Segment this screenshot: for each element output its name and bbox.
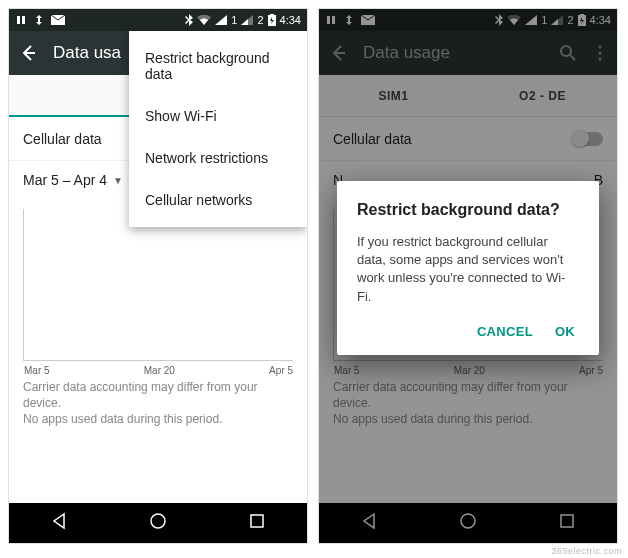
dialog-body: If you restrict background cellular data… [357,233,579,306]
menu-show-wifi[interactable]: Show Wi-Fi [129,95,307,137]
nav-recent-icon[interactable] [248,512,266,534]
wifi-icon [197,15,211,25]
mail-icon [51,15,65,25]
menu-restrict-bg[interactable]: Restrict background data [129,37,307,95]
svg-point-3 [151,514,165,528]
chart-x-1: Mar 20 [144,365,175,376]
phone-left: 1 2 4:34 Data usa SIM1 Cellular data Mar… [8,8,308,544]
sim2-label: 2 [257,14,263,26]
date-range: Mar 5 – Apr 4 [23,172,107,188]
overflow-menu: Restrict background data Show Wi-Fi Netw… [129,31,307,227]
menu-network-restrictions[interactable]: Network restrictions [129,137,307,179]
nav-home-icon[interactable] [149,512,167,534]
sync-icon [33,14,45,26]
watermark: 365electric.com [551,546,622,556]
cellular-data-label: Cellular data [23,131,102,147]
nav-bar [9,503,307,543]
signal1-icon [215,15,227,25]
svg-rect-2 [270,14,274,16]
chart-x-0: Mar 5 [24,365,50,376]
clock: 4:34 [280,14,301,26]
nfc-icon [15,14,27,26]
phone-right: 1 2 4:34 Data usage SIM1 O2 - DE Cellula… [318,8,618,544]
nav-back-icon[interactable] [50,512,68,534]
back-icon[interactable] [19,44,37,62]
note1: Carrier data accounting may differ from … [23,379,293,411]
dropdown-icon: ▼ [113,175,123,186]
note2: No apps used data during this period. [23,411,293,427]
bluetooth-icon [185,14,193,26]
chart-x-2: Apr 5 [269,365,293,376]
signal2-icon [241,15,253,25]
cancel-button[interactable]: CANCEL [477,324,533,339]
dialog-title: Restrict background data? [357,201,579,219]
menu-cellular-networks[interactable]: Cellular networks [129,179,307,221]
sim1-label: 1 [231,14,237,26]
usage-chart: Mar 5 Mar 20 Apr 5 [23,209,293,361]
page-title: Data usa [53,43,121,63]
battery-icon [268,14,276,26]
ok-button[interactable]: OK [555,324,575,339]
restrict-dialog: Restrict background data? If you restric… [337,181,599,355]
status-bar: 1 2 4:34 [9,9,307,31]
svg-rect-4 [251,515,263,527]
